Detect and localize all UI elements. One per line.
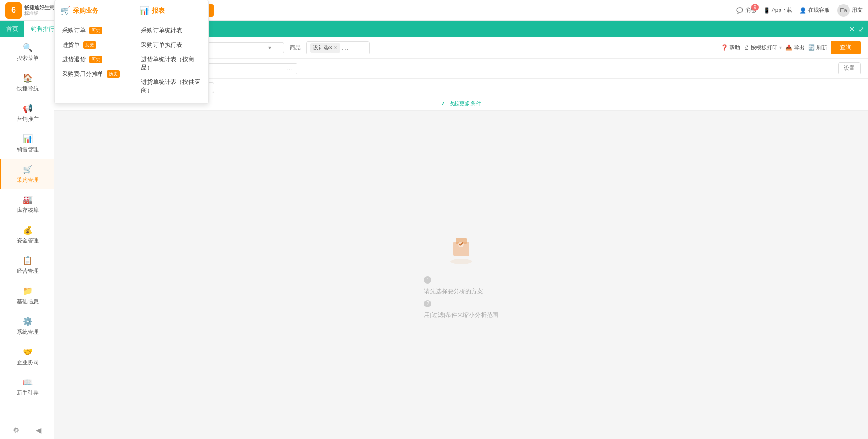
purchase-order-history[interactable]: 历史 xyxy=(89,27,102,34)
user-item[interactable]: Ea 用友 xyxy=(837,4,863,17)
dropdown-inner: 🛒 采购业务 采购订单 历史 进货单 历史 进货退货 历史 xyxy=(55,6,208,98)
home-icon: 🏠 xyxy=(23,73,33,83)
expense-history[interactable]: 历史 xyxy=(107,70,120,78)
empty-illustration xyxy=(443,229,479,266)
message-icon: 💬 xyxy=(736,7,743,14)
export-btn[interactable]: 📤 导出 xyxy=(785,44,805,52)
sidebar-item-cooperation[interactable]: 🤝 企业协同 xyxy=(0,341,54,372)
empty-svg xyxy=(443,229,479,265)
print-arrow-icon: ▾ xyxy=(779,44,782,51)
sidebar-item-search-label: 搜索菜单 xyxy=(17,54,39,62)
logo: 6 畅捷通好生意 标准版 xyxy=(5,2,60,19)
dropdown-item-report4[interactable]: 进货单统计表（按供应商） xyxy=(139,75,203,98)
search-button[interactable]: 查询 xyxy=(831,41,861,54)
sidebar-item-marketing[interactable]: 📢 营销推广 xyxy=(0,98,54,128)
dropdown-item-incoming[interactable]: 进货单 历史 xyxy=(60,38,124,52)
dropdown-item-expense[interactable]: 采购费用分摊单 历史 xyxy=(60,67,124,81)
tab-expand-icon[interactable]: ⤢ xyxy=(858,25,864,34)
empty-hint2: 用[过滤]条件来缩小分析范围 xyxy=(424,309,498,321)
print-icon: 🖨 xyxy=(744,44,749,51)
filter-toolbar-right: ❓ 帮助 🖨 按模板打印 ▾ 📤 导出 🔄 刷新 查询 xyxy=(721,41,861,54)
dropdown-col1-title-label: 采购业务 xyxy=(73,7,98,15)
message-item[interactable]: 💬 消息 9 xyxy=(736,6,756,14)
tab-home[interactable]: 首页 xyxy=(0,21,24,37)
tab-bar-right: ✕ ⤢ xyxy=(849,25,868,34)
return-history[interactable]: 历史 xyxy=(89,56,102,63)
dropdown-col2-title: 📊 报表 xyxy=(139,6,203,19)
salesperson-filter[interactable]: ... xyxy=(207,63,297,74)
dropdown-col-purchase: 🛒 采购业务 采购订单 历史 进货单 历史 进货退货 历史 xyxy=(55,6,130,98)
print-btn[interactable]: 🖨 按模板打印 ▾ xyxy=(744,44,782,52)
refresh-icon: 🔄 xyxy=(808,44,815,51)
empty-hint2-num: 2 xyxy=(424,300,431,307)
sidebar-collapse-icon[interactable]: ◀ xyxy=(36,426,41,434)
goods-dots[interactable]: ... xyxy=(342,44,350,51)
sidebar-item-sales[interactable]: 📊 销售管理 xyxy=(0,128,54,159)
report-col-icon: 📊 xyxy=(139,6,149,16)
top-bar-right: 💬 消息 9 📱 App下载 👤 在线客服 Ea 用友 xyxy=(736,4,863,17)
sidebar-item-finance-label: 资金管理 xyxy=(17,237,39,245)
purchase-col-icon: 🛒 xyxy=(60,6,70,16)
tab-close-window-icon[interactable]: ✕ xyxy=(849,25,855,34)
sidebar-item-sales-label: 销售管理 xyxy=(17,146,39,153)
sidebar-item-basic[interactable]: 📁 基础信息 xyxy=(0,281,54,311)
dropdown-item-report3[interactable]: 进货单统计表（按商品） xyxy=(139,52,203,75)
dropdown-item-report1[interactable]: 采购订单统计表 xyxy=(139,23,203,38)
dropdown-item-report2[interactable]: 采购订单执行表 xyxy=(139,38,203,52)
report2-label: 采购订单执行表 xyxy=(141,41,182,49)
money-icon: 💰 xyxy=(23,225,33,235)
export-icon: 📤 xyxy=(785,44,792,51)
help-btn[interactable]: ❓ 帮助 xyxy=(721,44,740,52)
incoming-history[interactable]: 历史 xyxy=(83,41,96,49)
return-label: 进货退货 xyxy=(62,55,86,64)
dropdown-col2-title-label: 报表 xyxy=(152,7,165,15)
sidebar-settings-icon[interactable]: ⚙ xyxy=(13,426,19,434)
set-button[interactable]: 设置 xyxy=(838,62,861,74)
salesperson-dots: ... xyxy=(286,65,293,72)
refresh-btn[interactable]: 🔄 刷新 xyxy=(808,44,827,52)
cart-icon: 🛒 xyxy=(23,164,33,174)
app-download-item[interactable]: 📱 App下载 xyxy=(763,6,792,14)
sidebar-item-purchase[interactable]: 🛒 采购管理 xyxy=(0,159,54,189)
sidebar-item-purchase-label: 采购管理 xyxy=(17,176,39,184)
online-service-item[interactable]: 👤 在线客服 xyxy=(800,6,830,14)
sidebar-item-operations[interactable]: 📋 经营管理 xyxy=(0,250,54,281)
sidebar-item-finance[interactable]: 💰 资金管理 xyxy=(0,220,54,250)
sidebar-item-guide[interactable]: 📖 新手引导 xyxy=(0,372,54,402)
sidebar-item-quick-nav[interactable]: 🏠 快捷导航 xyxy=(0,68,54,98)
dropdown-overlay: 🛒 采购业务 采购订单 历史 进货单 历史 进货退货 历史 xyxy=(54,0,209,104)
goods-tag-close[interactable]: × xyxy=(334,44,337,51)
warehouse-icon: 🏭 xyxy=(23,195,33,205)
purchase-order-label: 采购订单 xyxy=(62,26,86,35)
book-icon: 📖 xyxy=(23,377,33,387)
user-label: 用友 xyxy=(852,6,863,14)
sidebar-item-system[interactable]: ⚙️ 系统管理 xyxy=(0,311,54,341)
dropdown-item-return[interactable]: 进货退货 历史 xyxy=(60,52,124,67)
empty-text: 1 请先选择要分析的方案 2 用[过滤]条件来缩小分析范围 xyxy=(424,274,498,321)
sidebar-item-search[interactable]: 🔍 搜索菜单 xyxy=(0,37,54,68)
tab-home-label: 首页 xyxy=(6,25,18,33)
sidebar-item-inventory-label: 库存核算 xyxy=(17,207,39,214)
logo-icon: 6 xyxy=(5,2,22,19)
collapse-conditions-label: 收起更多条件 xyxy=(449,100,481,107)
chart-icon: 📊 xyxy=(23,134,33,144)
logo-text: 畅捷通好生意 标准版 xyxy=(24,4,54,16)
export-label: 导出 xyxy=(794,44,805,52)
service-icon: 👤 xyxy=(800,7,806,14)
sidebar-item-cooperation-label: 企业协同 xyxy=(17,359,39,366)
phone-icon: 📱 xyxy=(763,7,770,14)
collapse-up-icon: ∧ xyxy=(441,100,445,107)
dropdown-item-purchase-order[interactable]: 采购订单 历史 xyxy=(60,23,124,38)
main-layout: 🔍 搜索菜单 🏠 快捷导航 📢 营销推广 📊 销售管理 🛒 采购管理 🏭 库存核… xyxy=(0,37,868,439)
handshake-icon: 🤝 xyxy=(23,347,33,357)
message-badge: 9 xyxy=(751,4,759,11)
voucher-status-arrow: ▾ xyxy=(268,44,271,51)
svg-point-0 xyxy=(450,259,472,264)
help-label: 帮助 xyxy=(729,44,740,52)
sidebar: 🔍 搜索菜单 🏠 快捷导航 📢 营销推广 📊 销售管理 🛒 采购管理 🏭 库存核… xyxy=(0,37,54,439)
sidebar-item-inventory[interactable]: 🏭 库存核算 xyxy=(0,189,54,220)
search-icon: 🔍 xyxy=(23,43,33,53)
refresh-label: 刷新 xyxy=(816,44,827,52)
app-download-label: App下载 xyxy=(772,6,792,14)
sidebar-item-guide-label: 新手引导 xyxy=(17,389,39,397)
